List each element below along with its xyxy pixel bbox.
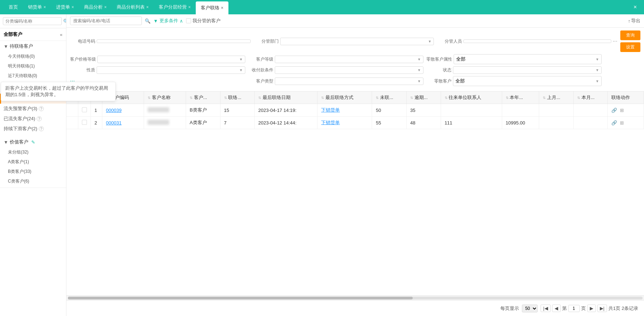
payment-select[interactable]: ▼: [275, 66, 423, 74]
scrollbar-thumb[interactable]: [68, 297, 413, 300]
price-level-select[interactable]: ▼: [97, 56, 245, 63]
sidebar-item-today-contact[interactable]: 今天待联络(0): [0, 52, 66, 61]
edit-icon[interactable]: ✎: [31, 140, 35, 145]
search-icon[interactable]: 🔍: [63, 19, 66, 24]
col-this-month: ⇅ 本月...: [573, 91, 608, 104]
page-label: 第: [562, 305, 567, 312]
help-icon[interactable]: ?: [39, 106, 44, 111]
table-row: 1 000039 B类客户 15 2023-04-17 14:19: 下销货单 …: [66, 104, 644, 117]
row-select-checkbox[interactable]: [82, 107, 87, 112]
close-icon[interactable]: ×: [104, 0, 107, 14]
prev-page-button[interactable]: ◀: [552, 305, 561, 312]
close-icon[interactable]: ×: [43, 0, 46, 14]
row-this-year: 10995.00: [502, 117, 539, 129]
help-icon[interactable]: ?: [37, 116, 42, 121]
col-last-month: ⇅ 上月...: [539, 91, 574, 104]
row-customer-code[interactable]: 000031: [102, 117, 144, 129]
search-button[interactable]: 🔍: [145, 18, 150, 24]
row-contact-count: 7: [220, 117, 255, 129]
close-icon[interactable]: ×: [221, 1, 223, 14]
last-page-button[interactable]: ▶|: [597, 305, 607, 312]
sidebar-item-tomorrow-contact[interactable]: 明天待联络(1): [0, 61, 66, 71]
my-customers-checkbox[interactable]: 我分管的客户: [186, 18, 221, 24]
row-checkbox: [78, 117, 91, 129]
filter-icon: ▼: [153, 18, 158, 24]
sort-icon: ⇅: [258, 96, 261, 100]
nav-home[interactable]: 首页: [4, 0, 23, 14]
query-button[interactable]: 查询: [620, 30, 640, 40]
link-icon[interactable]: 🔗: [611, 120, 617, 126]
customer-table-container: ⚙ ⇅ 客户编码 ⇅ 客户名称: [66, 91, 644, 295]
customer-name-blurred: [148, 120, 169, 125]
next-page-button[interactable]: ▶: [587, 305, 596, 312]
customer-type-select[interactable]: ▼: [275, 77, 423, 85]
collapse-icon[interactable]: «: [60, 32, 62, 37]
sidebar-item-churned[interactable]: 已流失客户(24) ?: [0, 114, 66, 124]
retail-attr-select[interactable]: 全部 ▼: [454, 54, 602, 64]
filter-row-2: 客户价格等级 ▼ 客户等级 ▼ 零散客户属性 全部: [70, 54, 640, 64]
close-all-tabs[interactable]: ×: [630, 4, 640, 10]
first-page-button[interactable]: |◀: [541, 305, 550, 312]
nav-purchase-order[interactable]: 进货单 ×: [51, 0, 79, 14]
filter-dept: 分管部门 ▼: [254, 38, 434, 45]
top-navigation: 首页 销货单 × 进货单 × 商品分析 × 商品分析列表 × 客户分层经营 × …: [0, 0, 644, 14]
filter-payment: 收付款条件 ▼: [248, 66, 423, 74]
all-customers-label: 全部客户: [4, 31, 22, 38]
chevron-down-icon: ▼: [239, 57, 243, 61]
filter-person: 分管人员 ···: [437, 38, 617, 44]
page-input[interactable]: [568, 305, 580, 312]
dept-select[interactable]: ▼: [280, 38, 434, 45]
nature-select[interactable]: ▼: [97, 66, 245, 74]
sidebar-item-unclassified[interactable]: 未分组(32): [0, 147, 66, 157]
row-customer-code[interactable]: 000039: [102, 104, 144, 117]
category-search-input[interactable]: [3, 17, 62, 25]
sidebar-item-b-class[interactable]: B类客户(33): [0, 167, 66, 176]
value-customers-group[interactable]: ▼ 价值客户 ✎: [0, 137, 66, 147]
sidebar-body: 全部客户 « ▼ 待联络客户 今天待联络(0) 明天待联络(1) 近7天待联络(…: [0, 28, 66, 316]
nav-product-analysis-list[interactable]: 商品分析列表 ×: [112, 0, 154, 14]
chevron-down-icon: ▼: [417, 79, 421, 83]
tooltip-text: 距客户上次交易时长，超过了此客户的平均交易周期的1.5倍，则视为异常。: [5, 85, 108, 97]
search-input[interactable]: [70, 16, 142, 25]
row-select-checkbox[interactable]: [82, 120, 87, 125]
chevron-down-icon: ▼: [417, 57, 421, 61]
person-input[interactable]: [463, 39, 611, 43]
status-select[interactable]: ▼: [453, 66, 602, 74]
customer-level-select[interactable]: ▼: [275, 56, 423, 63]
export-button[interactable]: ↑ 导出: [628, 18, 641, 24]
nav-customer-segment[interactable]: 客户分层经营 ×: [154, 0, 196, 14]
help-icon[interactable]: ?: [39, 126, 44, 131]
per-page-select[interactable]: 50: [522, 305, 538, 312]
row-last-contact-way[interactable]: 下销货单: [318, 117, 372, 129]
filter-row-3: 性质 ▼ 收付款条件 ▼ 状态: [70, 66, 640, 74]
horizontal-scrollbar[interactable]: [66, 295, 644, 300]
checkbox-my-customers[interactable]: [186, 18, 191, 23]
close-icon[interactable]: ×: [71, 0, 74, 14]
filter-retail-attr: 零散客户属性 全部 ▼: [426, 54, 602, 64]
col-overdue: ⇅ 逾期...: [407, 91, 441, 104]
nav-sales-order[interactable]: 销货单 ×: [23, 0, 51, 14]
close-icon[interactable]: ×: [188, 0, 191, 14]
row-last-contact-way[interactable]: 下销货单: [318, 104, 372, 117]
more-conditions-toggle[interactable]: ▼ 更多条件 ∧: [153, 18, 183, 24]
row-uncontact: 50: [372, 104, 407, 117]
nav-product-analysis[interactable]: 商品分析 ×: [79, 0, 112, 14]
link-icon[interactable]: 🔗: [611, 108, 617, 113]
sidebar-item-churn-warning[interactable]: 流失预警客户(3) ?: [0, 104, 66, 114]
grid-icon[interactable]: ⊞: [620, 108, 624, 113]
col-partner-contact: ⇅ 往来单位联系人: [441, 91, 502, 104]
sidebar-item-7days-contact[interactable]: 近7天待联络(0): [0, 71, 66, 81]
nav-customer-contact[interactable]: 客户联络 ×: [196, 1, 228, 14]
retail-customer-select[interactable]: 全部 ▼: [453, 76, 602, 86]
pending-contact-group[interactable]: ▼ 待联络客户: [0, 41, 66, 52]
sidebar-item-c-class[interactable]: C类客户(6): [0, 176, 66, 186]
sidebar-search-area: 🔍: [0, 14, 66, 28]
settings-button[interactable]: 设置: [620, 42, 640, 52]
person-ellipsis-button[interactable]: ···: [613, 38, 617, 44]
sidebar-item-a-class[interactable]: A类客户(1): [0, 157, 66, 167]
grid-icon[interactable]: ⊞: [620, 120, 624, 126]
phone-input[interactable]: [97, 39, 251, 43]
sort-icon: ⇅: [148, 96, 150, 100]
close-icon[interactable]: ×: [146, 0, 149, 14]
sidebar-item-declining[interactable]: 持续下滑客户(2) ?: [0, 124, 66, 134]
